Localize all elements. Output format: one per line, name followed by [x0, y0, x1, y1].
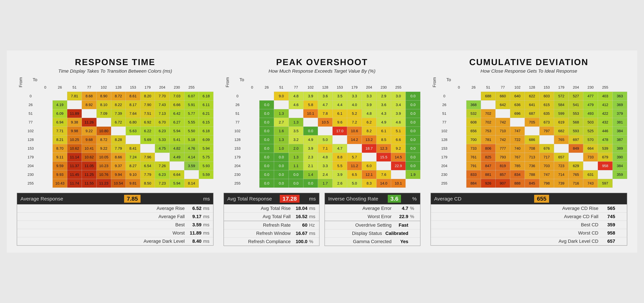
- table-cell: 5.33: [155, 136, 170, 144]
- table-cell: 785: [510, 162, 525, 170]
- po-avg-total-unit: ms: [309, 196, 316, 202]
- table-cell: 15.5: [376, 153, 391, 162]
- po-refresh-compliance-row: Refresh Compliance 100.0 %: [224, 238, 319, 246]
- table-row: 153733806777740708676849664539389: [437, 144, 627, 153]
- table-cell: [452, 109, 466, 118]
- table-cell: 5.94: [170, 127, 184, 136]
- table-cell: [362, 153, 376, 162]
- table-cell: 3.0: [391, 92, 406, 100]
- table-cell: 0.0: [289, 179, 303, 188]
- ghosting-avg-error-label: Average Error: [328, 206, 392, 211]
- cd-header-row: 0 26 51 77 102 128 153 179 204 230 255: [437, 83, 627, 92]
- table-cell: 4.6: [289, 100, 303, 109]
- table-cell: 6.42: [170, 109, 184, 118]
- table-cell: 0.0: [274, 153, 289, 162]
- rt-col-204: 204: [155, 83, 170, 92]
- table-cell: 11.26: [82, 118, 96, 127]
- po-table-container: To 0 26 51 77 102 128 153 179 204: [230, 77, 420, 188]
- ghosting-rate-label: Inverse Ghosting Rate: [328, 196, 378, 202]
- table-cell: [38, 127, 52, 136]
- table-cell: 390: [612, 153, 627, 162]
- po-refresh-window-label: Refresh Window: [227, 231, 291, 236]
- table-cell: 742: [496, 118, 510, 127]
- table-cell: 1.0: [274, 144, 289, 153]
- table-cell: 0.0: [260, 100, 274, 109]
- table-cell: 477: [583, 92, 598, 100]
- table-cell: 4.75: [155, 144, 170, 153]
- table-cell: 3.9: [391, 109, 406, 118]
- table-cell: 0.0: [260, 144, 274, 153]
- table-cell: [452, 162, 466, 170]
- table-cell: 8.72: [111, 92, 126, 100]
- rt-col-153: 153: [126, 83, 140, 92]
- rt-avg-response-value: 7.85: [124, 195, 140, 203]
- table-cell: 2.7: [274, 118, 289, 127]
- table-cell: 6.92: [140, 118, 155, 127]
- table-cell: 705: [525, 118, 539, 127]
- ghosting-rate-value: 3.6: [388, 195, 401, 203]
- po-stats: Avg Total Response 17.28 ms Avg Total Ri…: [224, 193, 320, 246]
- cd-worst-label: Worst CD: [434, 230, 598, 236]
- table-cell: 673: [539, 118, 554, 127]
- table-cell: [452, 127, 466, 136]
- table-cell: 622: [525, 92, 539, 100]
- table-cell: 926: [481, 179, 496, 188]
- table-cell: 6.11: [199, 100, 213, 109]
- table-cell: 619: [554, 118, 568, 127]
- table-cell: 3.6: [318, 92, 332, 100]
- ghosting-overdrive-label: Overdrive Setting: [328, 222, 392, 228]
- table-cell: 4.8: [318, 153, 332, 162]
- table-row: 1020.01.63.50.017.010.68.26.15.10.0: [230, 127, 420, 136]
- table-cell: 6.15: [199, 118, 213, 127]
- table-cell: [452, 118, 466, 127]
- table-cell: 6.2: [362, 118, 376, 127]
- table-cell: [496, 109, 510, 118]
- table-cell: 3.6: [376, 100, 391, 109]
- cd-best-value: 359: [602, 222, 615, 228]
- cd-avg-cd-label: Average CD: [434, 196, 462, 202]
- table-cell: 8.10: [96, 100, 111, 109]
- table-cell: 747: [510, 127, 525, 136]
- table-cell: [38, 92, 52, 100]
- table-cell: 819: [496, 162, 510, 170]
- rt-avg-dark-value: 8.40: [188, 238, 202, 244]
- table-cell: 888: [510, 179, 525, 188]
- table-cell: 6.72: [111, 118, 126, 127]
- ghosting-display-status-value: Calibrated: [386, 231, 408, 236]
- table-row: 1027.719.989.2210.805.636.226.235.945.50…: [23, 127, 214, 136]
- rt-worst-row: Worst 11.89 ms: [17, 229, 213, 237]
- table-cell: 0.0: [260, 170, 274, 179]
- table-cell: 8.28: [111, 136, 126, 144]
- ghosting-avg-error-unit: %: [410, 206, 417, 211]
- table-cell: 369: [612, 100, 627, 109]
- table-cell: 1.6: [274, 127, 289, 136]
- table-row: 1530.01.02.03.97.14.718.712.39.20.0: [230, 144, 420, 153]
- table-cell: 640: [510, 92, 525, 100]
- table-cell: 636: [510, 100, 525, 109]
- po-corner: [230, 83, 245, 92]
- table-cell: 0.0: [260, 109, 274, 118]
- table-cell: 9.81: [126, 179, 140, 188]
- rt-avg-fall-row: Average Fall 9.17 ms: [17, 212, 213, 221]
- table-cell: [510, 118, 525, 127]
- table-cell: [318, 127, 332, 136]
- cd-avg-cd-rise-row: Average CD Rise 565: [431, 204, 627, 212]
- table-cell: 6.23: [155, 127, 170, 136]
- ghosting-worst-error-unit: %: [410, 214, 417, 219]
- table-cell: 710: [496, 127, 510, 136]
- cd-avg-cd-value: 655: [534, 195, 549, 203]
- po-matrix-wrapper: From To 0 26 51 77 102 128 153: [224, 77, 420, 188]
- table-cell: 2.4: [318, 170, 332, 179]
- table-cell: [452, 92, 466, 100]
- table-cell: 8.5: [376, 136, 391, 144]
- table-cell: [347, 144, 362, 153]
- main-container: RESPONSE TIME Time Display Takes To Tran…: [7, 50, 637, 253]
- table-row: 07.818.688.908.728.618.207.707.036.076.1…: [23, 92, 214, 100]
- table-row: 1799.1111.1410.6210.058.667.247.964.494.…: [23, 153, 214, 162]
- table-cell: 12.3: [376, 144, 391, 153]
- table-cell: [38, 179, 52, 188]
- table-cell: 9.0: [274, 92, 289, 100]
- table-cell: 7.81: [67, 92, 82, 100]
- table-cell: 825: [481, 153, 496, 162]
- table-row: 516.0911.897.097.397.647.517.136.425.776…: [23, 109, 214, 118]
